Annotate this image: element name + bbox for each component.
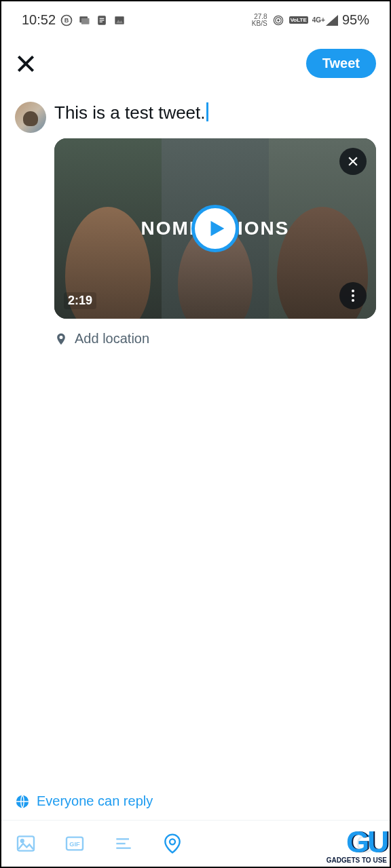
svg-point-21 [21, 840, 24, 842]
globe-icon [15, 794, 30, 809]
doc-icon [95, 14, 109, 27]
status-network-speed: 27.8 KB/S [252, 14, 267, 27]
svg-rect-20 [18, 836, 34, 850]
svg-rect-6 [100, 20, 105, 20]
reply-scope-label: Everyone can reply [37, 793, 153, 809]
svg-point-10 [277, 19, 279, 21]
android-status-bar: 10:52 B 27.8 KB/S VoLTE 4G+ 95% [1, 1, 390, 39]
volte-badge: VoLTE [289, 16, 308, 24]
poll-icon[interactable] [113, 833, 134, 854]
remove-media-button[interactable] [339, 148, 367, 175]
play-icon[interactable] [191, 205, 239, 252]
close-icon[interactable] [15, 53, 37, 75]
tweet-text-input[interactable]: This is a test tweet. [54, 102, 376, 125]
hotspot-icon [272, 14, 285, 27]
image-icon [113, 14, 126, 27]
compose-header: Tweet [1, 39, 390, 88]
svg-marker-16 [211, 221, 225, 237]
location-pin-icon [54, 332, 68, 346]
reply-scope-button[interactable]: Everyone can reply [1, 783, 390, 821]
signal-icon: 4G+ [312, 15, 338, 26]
svg-marker-13 [326, 15, 338, 26]
add-location-button[interactable]: Add location [54, 331, 376, 347]
location-icon[interactable] [162, 833, 183, 854]
b-circle-icon: B [60, 14, 73, 27]
video-duration: 2:19 [64, 292, 96, 309]
svg-point-27 [170, 839, 175, 844]
svg-rect-5 [100, 18, 105, 18]
svg-text:GIF: GIF [69, 841, 80, 848]
tweet-button[interactable]: Tweet [306, 49, 376, 78]
chat-icon [77, 14, 91, 27]
compose-body: This is a test tweet. NOMINATIONS 2:19 A… [1, 88, 390, 347]
svg-rect-3 [81, 18, 90, 24]
add-location-label: Add location [75, 331, 149, 347]
svg-rect-7 [100, 21, 103, 22]
avatar[interactable] [15, 102, 46, 133]
brand-watermark: GU GADGETS TO USE [327, 827, 387, 864]
status-time: 10:52 [22, 12, 56, 28]
battery-percent: 95% [342, 12, 369, 28]
svg-text:B: B [64, 17, 69, 24]
media-picker-icon[interactable] [15, 833, 37, 854]
gif-picker-icon[interactable]: GIF [64, 833, 86, 854]
video-attachment[interactable]: NOMINATIONS 2:19 [54, 138, 376, 319]
